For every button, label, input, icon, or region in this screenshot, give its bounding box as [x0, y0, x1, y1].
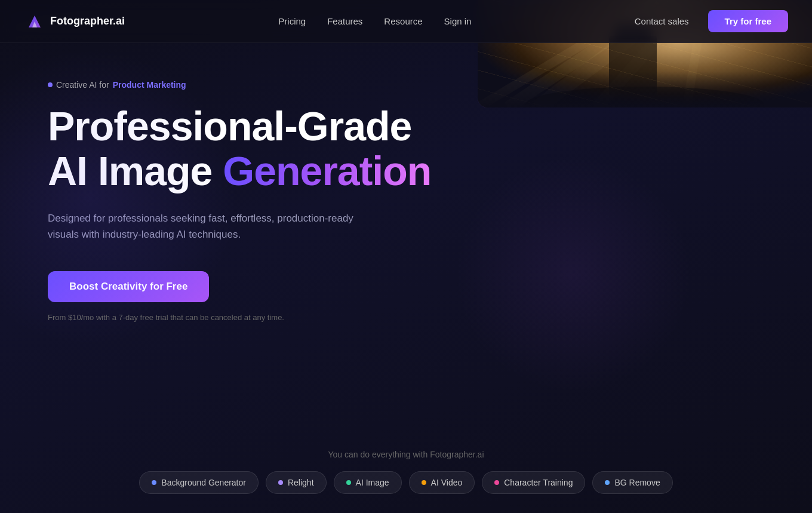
navbar: Fotographer.ai Pricing Features Resource… [0, 0, 812, 43]
tab-label-ai-video: AI Video [431, 478, 463, 487]
cta-note: From $10/mo with a 7-day free trial that… [48, 313, 284, 322]
tab-character-training[interactable]: Character Training [482, 471, 585, 494]
tab-dot-ai-video [422, 480, 426, 485]
hero-title-gradient: Generation [223, 148, 431, 193]
nav-signin[interactable]: Sign in [444, 16, 472, 26]
hero-image-overlay [478, 72, 812, 107]
nav-links: Pricing Features Resource Sign in [278, 16, 471, 26]
boost-creativity-button[interactable]: Boost Creativity for Free [48, 271, 209, 302]
hero-section: Creative AI for Product Marketing Profes… [0, 0, 812, 513]
tab-bg-remove[interactable]: BG Remove [592, 471, 672, 494]
try-for-free-button[interactable]: Try for free [708, 10, 788, 32]
tab-dot-ai-image [346, 480, 351, 485]
tab-dot-bg-remove [605, 480, 610, 485]
nav-pricing[interactable]: Pricing [278, 16, 306, 26]
badge-prefix: Creative AI for [56, 80, 109, 90]
hero-title-line2: AI Image Generation [48, 149, 764, 193]
tabs-label: You can do everything with Fotographer.a… [24, 450, 788, 459]
hero-badge: Creative AI for Product Marketing [48, 80, 186, 90]
tab-ai-video[interactable]: AI Video [409, 471, 475, 494]
tab-label-relight: Relight [288, 478, 314, 487]
hero-description: Designed for professionals seeking fast,… [48, 210, 382, 242]
nav-features[interactable]: Features [327, 16, 362, 26]
nav-actions: Contact sales Try for free [625, 10, 788, 32]
logo-text: Fotographer.ai [50, 15, 125, 27]
tab-label-character-training: Character Training [504, 478, 573, 487]
tab-label-bg-remove: BG Remove [614, 478, 660, 487]
tabs-row: Background GeneratorRelightAI ImageAI Vi… [24, 471, 788, 494]
tab-dot-character-training [494, 480, 499, 485]
logo-icon [24, 11, 45, 32]
logo[interactable]: Fotographer.ai [24, 11, 125, 32]
contact-sales-button[interactable]: Contact sales [625, 11, 699, 31]
tabs-section: You can do everything with Fotographer.a… [0, 435, 812, 513]
badge-dot [48, 82, 53, 87]
tab-dot-relight [278, 480, 283, 485]
hero-title-line1: Professional-Grade [48, 104, 764, 149]
tab-label-bg-generator: Background Generator [161, 478, 246, 487]
badge-highlight: Product Marketing [113, 80, 186, 90]
tab-dot-bg-generator [152, 480, 156, 485]
tab-ai-image[interactable]: AI Image [334, 471, 402, 494]
nav-resource[interactable]: Resource [384, 16, 422, 26]
tab-bg-generator[interactable]: Background Generator [139, 471, 259, 494]
tab-label-ai-image: AI Image [356, 478, 389, 487]
tab-relight[interactable]: Relight [266, 471, 327, 494]
hero-title: Professional-Grade AI Image Generation [48, 104, 764, 193]
